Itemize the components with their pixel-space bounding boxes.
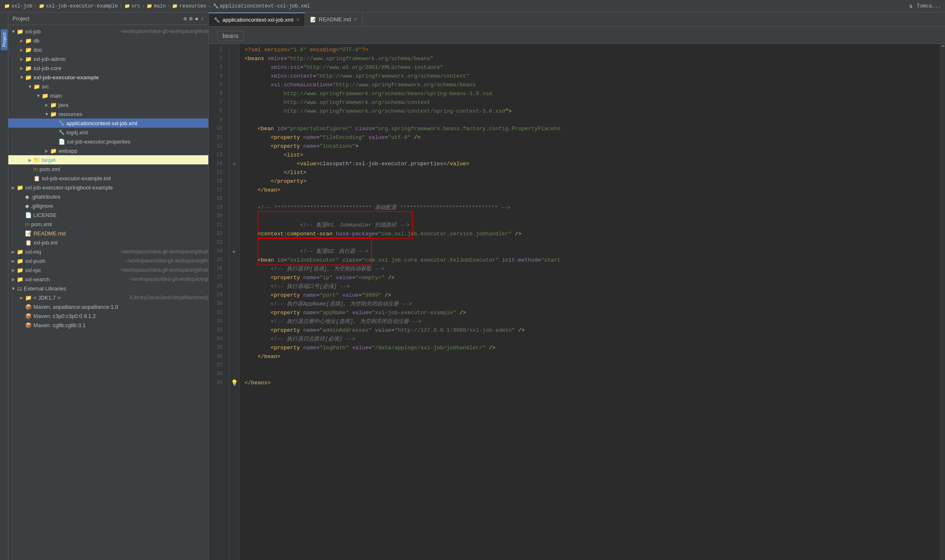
tree-item-db[interactable]: ▶ 📁 db: [8, 36, 208, 45]
pom-icon: m: [33, 166, 38, 172]
beans-label[interactable]: beans: [217, 31, 244, 41]
folder-icon: 📁: [17, 249, 23, 255]
tab-label: applicationcontext-xxl-job.xml: [222, 17, 293, 23]
code-content[interactable]: <?xml version="1.0" encoding="UTF-8"?> <…: [240, 44, 940, 560]
tree-item-xxl-mq[interactable]: ▶ 📁 xxl-mq ~/workspaces/idea-git-workspa…: [8, 247, 208, 256]
code-editor: 1 2 3 4 5 6 7 8 9 10 11 12 13 14 15 16 1…: [209, 44, 945, 560]
tree-item-xxl-search[interactable]: ▶ 📁 xxl-search ~/workspaces/idea-git-wor…: [8, 275, 208, 284]
iml-icon: 📋: [33, 175, 40, 182]
tree-item-pom1[interactable]: m pom.xml: [8, 164, 208, 174]
tree-item-webapp[interactable]: ▶ 📁 webapp: [8, 146, 208, 155]
breadcrumb-item-3[interactable]: 📁 src: [124, 3, 141, 9]
tree-item-pom2[interactable]: m pom.xml: [8, 219, 208, 229]
tree-item-xxl-job-iml[interactable]: 📋 xxl-job.iml: [8, 238, 208, 247]
collapse-icon[interactable]: ↕: [201, 15, 204, 22]
props-icon: 📄: [58, 139, 65, 145]
code-line-6: http://www.springframework.org/schema/be…: [245, 89, 940, 98]
code-line-35: <property name="logPath" value="/data/ap…: [245, 343, 940, 352]
tree-item-xxl-job[interactable]: ▼ 📁 xxl-job ~/workspaces/idea-git-worksp…: [8, 27, 208, 36]
breadcrumb-item-1[interactable]: 📁 xxl-job: [4, 3, 32, 9]
tree-item-main[interactable]: ▼ 📁 main: [8, 91, 208, 100]
folder-icon: 📁: [172, 3, 178, 9]
ln-17: 17: [209, 186, 226, 194]
ln-29: 29: [209, 291, 226, 300]
tree-item-xxl-push[interactable]: ▶ 📁 xxl-push ~/workspaces/idea-git-works…: [8, 256, 208, 265]
ln-14: 14: [209, 159, 226, 168]
jar-icon: 📦: [25, 304, 32, 310]
tree-item-gitignore[interactable]: ◆ .gitignore: [8, 201, 208, 210]
ln-22: 22: [209, 230, 226, 238]
tree-item-appctx-xml[interactable]: 🔧 applicationcontext-xxl-job.xml: [8, 119, 208, 128]
sidebar-toolbar: ⚙ ⊞ ✱ ↕: [184, 15, 204, 22]
ln-32: 32: [209, 317, 226, 326]
tree-item-log4j[interactable]: 🔧 log4j.xml: [8, 128, 208, 137]
code-line-22: <context:component-scan base-package="co…: [245, 230, 940, 238]
folder-icon: 📁: [42, 93, 48, 99]
tree-item-resources[interactable]: ▼ 📁 resources: [8, 109, 208, 119]
tree-item-c3p0[interactable]: 📦 Maven: c3p0:c3p0:0.9.1.2: [8, 311, 208, 320]
breadcrumb-item-4[interactable]: 📁 main: [147, 3, 166, 9]
ln-7: 7: [209, 98, 226, 107]
project-tab-label[interactable]: Project: [1, 29, 8, 50]
tab-close-icon[interactable]: ✕: [296, 17, 300, 23]
breadcrumb-item-2[interactable]: 📁 xxl-job-executor-example: [39, 3, 118, 9]
gear-icon[interactable]: ✱: [195, 15, 198, 22]
tree-item-iml1[interactable]: 📋 xxl-job-executor-example.iml: [8, 174, 208, 183]
tree-item-xxl-rpc[interactable]: ▶ 📁 xxl-rpc ~/workspaces/idea-git-worksp…: [8, 265, 208, 275]
code-line-2: <beans xmlns="http://www.springframework…: [245, 54, 940, 63]
ln-8: 8: [209, 107, 226, 116]
settings-icon[interactable]: ⚙: [184, 15, 187, 22]
ln-36: 36: [209, 352, 226, 361]
code-line-10: <bean id="propertyConfigurer" class="org…: [245, 124, 940, 133]
xml-icon: 🔧: [58, 120, 65, 126]
breadcrumb-item-5[interactable]: 📁 resources: [172, 3, 206, 9]
tree-item-license[interactable]: 📄 LICENSE: [8, 210, 208, 219]
ln-20: 20: [209, 212, 226, 221]
tab-close-icon[interactable]: ✕: [354, 17, 357, 22]
tree-item-target[interactable]: ▶ 📁 target: [8, 155, 208, 164]
tab-readme[interactable]: 📝 README.md ✕: [305, 13, 363, 26]
tree-item-aopalliance[interactable]: 📦 Maven: aopalliance:aopalliance:1.0: [8, 302, 208, 311]
ln-35: 35: [209, 343, 226, 352]
tree-item-gitattributes[interactable]: ◆ .gitattributes: [8, 192, 208, 201]
expand-arrow: ▶: [27, 158, 33, 162]
tree-item-readme[interactable]: 📝 README.md: [8, 229, 208, 238]
tab-appctx[interactable]: 🔧 applicationcontext-xxl-job.xml ✕: [209, 13, 305, 26]
ln-9: 9: [209, 116, 226, 124]
editor-scrollbar[interactable]: [940, 44, 945, 560]
folder-icon: 📁: [25, 295, 32, 301]
tree-item-java[interactable]: ▶ 📁 java: [8, 100, 208, 109]
tree-item-xxl-job-core[interactable]: ▶ 📁 xxl-job-core: [8, 63, 208, 73]
code-line-36: </bean>: [245, 352, 940, 361]
code-line-18: [245, 194, 940, 203]
tree-item-jdk[interactable]: ▶ 📁 < JDK1.7 > /Library/Java/JavaVirtual…: [8, 293, 208, 302]
folder-icon: 📁: [17, 184, 23, 191]
code-line-19: <!-- ****************************** 基础配置…: [245, 203, 940, 212]
git-icon: ◆: [25, 203, 29, 209]
filter-icon[interactable]: ⊞: [190, 15, 193, 22]
tree-item-xxl-job-admin[interactable]: ▶ 📁 xxl-job-admin: [8, 54, 208, 63]
tree-item-cglib[interactable]: 📦 Maven: cglib:cglib:3.1: [8, 320, 208, 330]
tree-item-doc[interactable]: ▶ 📁 doc: [8, 45, 208, 54]
tree-item-src[interactable]: ▼ 📁 src: [8, 82, 208, 91]
ln-19: 19: [209, 203, 226, 212]
code-line-32: <!-- 执行器注册中心地址[选填], 为空则关闭自动注册 -->: [245, 317, 940, 326]
expand-arrow: ▶: [43, 149, 50, 153]
tree-item-xxl-job-executor-example[interactable]: ▼ 📁 xxl-job-executor-example: [8, 73, 208, 82]
tree-item-springboot-example[interactable]: ▶ 📁 xxl-job-executor-springboot-example: [8, 183, 208, 192]
ln-10: 10: [209, 124, 226, 133]
breadcrumb-bar: 📁 xxl-job › 📁 xxl-job-executor-example ›…: [0, 0, 945, 13]
project-tree: ▼ 📁 xxl-job ~/workspaces/idea-git-worksp…: [8, 25, 208, 560]
tree-item-executor-props[interactable]: 📄 xxl-job-executor.properties: [8, 137, 208, 146]
tree-item-external-libraries[interactable]: ▼ 🗂 External Libraries: [8, 284, 208, 293]
tomcat-label: Tomca...: [917, 3, 941, 9]
folder-icon: 📁: [25, 56, 32, 62]
folder-icon: 📁: [25, 74, 32, 81]
breadcrumb-item-6[interactable]: 🔧 applicationcontext-xxl-job.xml: [213, 3, 310, 9]
expand-arrow: ▼: [10, 29, 17, 34]
expand-arrow: ▶: [10, 277, 17, 282]
ln-28: 28: [209, 282, 226, 291]
code-line-39: </beans>: [245, 378, 940, 387]
code-line-3: xmlns:xsi="http://www.w3.org/2001/XMLSch…: [245, 63, 940, 72]
folder-icon: 📁: [50, 102, 57, 108]
